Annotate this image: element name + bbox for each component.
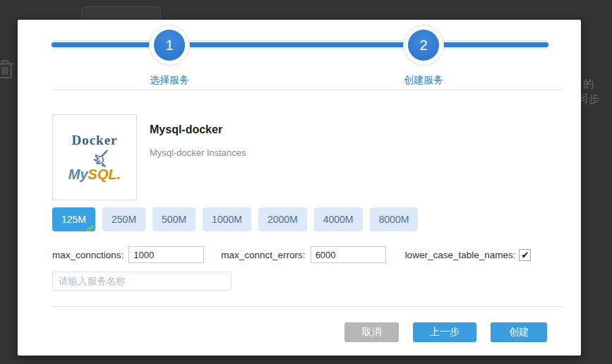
- memory-option-8000m[interactable]: 8000M: [370, 207, 419, 231]
- service-header: Docker MySQL. Mysql-docker Mysql-docker …: [52, 114, 563, 200]
- dialog-footer: 取消 上一步 创建: [18, 322, 581, 342]
- memory-option-125m[interactable]: 125M✔: [52, 207, 95, 231]
- mysql-logo-text: MySQL.: [68, 166, 121, 183]
- config-form-row: max_connctions: max_connct_errors: lower…: [52, 246, 563, 263]
- step-1-label: 选择服务: [127, 74, 212, 87]
- step-1-number: 1: [154, 30, 185, 61]
- max-connections-label: max_connctions:: [52, 250, 124, 260]
- service-subtitle: Mysql-docker Instances: [150, 147, 246, 158]
- memory-option-1000m[interactable]: 1000M: [203, 207, 251, 231]
- memory-options: 125M✔250M500M1000M2000M4000M8000M: [52, 207, 563, 231]
- stepper-track-fill: [52, 42, 548, 47]
- max-connect-errors-label: max_connct_errors:: [221, 250, 305, 260]
- memory-option-4000m[interactable]: 4000M: [314, 207, 363, 231]
- create-service-dialog: 1 选择服务 2 创建服务 Docker MySQL. Mysql-docker…: [18, 20, 581, 356]
- stepper-track: [51, 40, 549, 49]
- step-2-label: 创建服务: [381, 74, 466, 87]
- step-create-service[interactable]: 2 创建服务: [381, 25, 466, 87]
- cancel-button[interactable]: 取消: [344, 322, 399, 342]
- docker-logo-text: Docker: [71, 133, 117, 148]
- trash-icon: [0, 57, 14, 80]
- service-title: Mysql-docker: [150, 123, 246, 136]
- mysql-docker-logo: Docker MySQL.: [52, 114, 137, 200]
- service-name-input[interactable]: [52, 272, 232, 291]
- step-2-number: 2: [408, 30, 439, 61]
- step-select-service[interactable]: 1 选择服务: [127, 25, 212, 87]
- memory-option-2000m[interactable]: 2000M: [258, 207, 307, 231]
- footer-divider: [52, 306, 563, 307]
- selected-check-icon: ✔: [86, 223, 95, 234]
- lower-case-table-names-label: lower_case_table_names:: [405, 250, 516, 260]
- wizard-stepper: 1 选择服务 2 创建服务: [18, 20, 581, 90]
- checkbox-check-icon: ✔: [522, 250, 529, 260]
- memory-option-250m[interactable]: 250M: [102, 207, 145, 231]
- mysql-logo-sql: SQL.: [88, 166, 121, 182]
- stepper-divider: [52, 90, 563, 90]
- mysql-dolphin-icon: [88, 150, 112, 168]
- lower-case-checkbox[interactable]: ✔: [519, 249, 531, 261]
- memory-option-500m[interactable]: 500M: [152, 207, 196, 231]
- create-button[interactable]: 创建: [491, 322, 547, 342]
- max-connect-errors-input[interactable]: [311, 246, 386, 263]
- previous-step-button[interactable]: 上一步: [413, 322, 476, 342]
- step-2-circle: 2: [403, 25, 444, 66]
- max-connections-input[interactable]: [128, 246, 204, 263]
- step-1-circle: 1: [149, 25, 190, 66]
- mysql-logo-my: My: [68, 166, 88, 182]
